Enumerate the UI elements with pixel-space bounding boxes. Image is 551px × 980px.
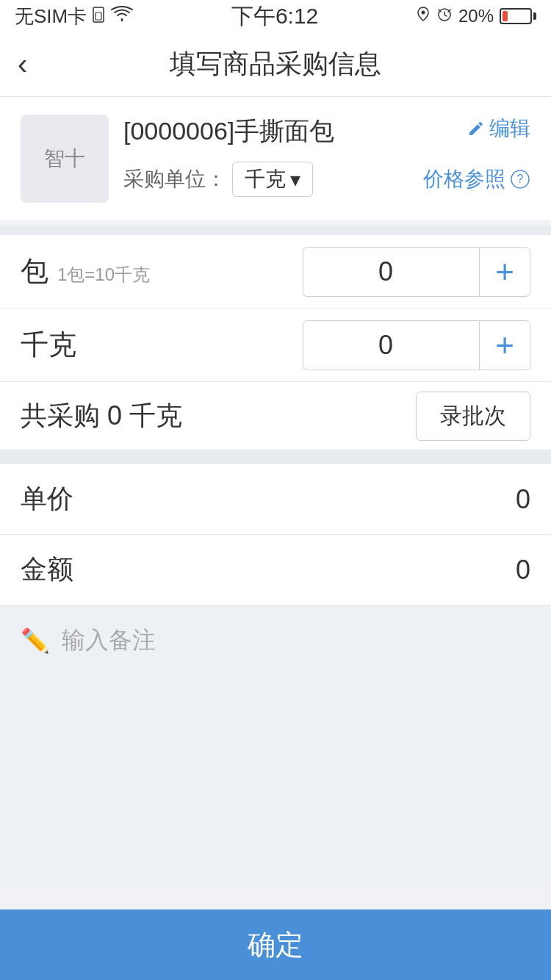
remarks-section[interactable]: ✏️ 输入备注 bbox=[0, 605, 551, 676]
divider-1 bbox=[0, 226, 551, 235]
wifi-icon bbox=[110, 5, 134, 28]
product-info: [0000006]手撕面包 编辑 采购单位： 千克 ▾ 价格参照 ? bbox=[123, 115, 530, 197]
confirm-label: 确定 bbox=[248, 926, 303, 964]
amount-value: 0 bbox=[516, 555, 530, 586]
summary-text: 共采购 0 千克 bbox=[21, 398, 182, 434]
unit-price-value: 0 bbox=[516, 484, 530, 515]
alarm-icon bbox=[436, 6, 453, 26]
divider-2 bbox=[0, 455, 551, 464]
pencil-icon: ✏️ bbox=[21, 627, 50, 655]
status-bar: 无SIM卡 下午6:12 bbox=[0, 0, 551, 32]
kg-input-row: 千克 + bbox=[0, 309, 551, 382]
status-left: 无SIM卡 bbox=[15, 4, 134, 29]
bag-label-group: 包 1包=10千克 bbox=[21, 253, 168, 290]
carrier-label: 无SIM卡 bbox=[15, 4, 87, 29]
confirm-button[interactable]: 确定 bbox=[0, 909, 551, 980]
location-icon bbox=[416, 6, 431, 26]
page-title: 填写商品采购信息 bbox=[170, 46, 381, 82]
unit-price-row: 单价 0 bbox=[0, 464, 551, 535]
svg-text:?: ? bbox=[517, 173, 524, 185]
dropdown-icon: ▾ bbox=[290, 167, 300, 192]
battery-percent: 20% bbox=[458, 6, 494, 26]
status-time: 下午6:12 bbox=[231, 1, 318, 32]
bag-input-row: 包 1包=10千克 + bbox=[0, 235, 551, 309]
kg-plus-button[interactable]: + bbox=[479, 320, 530, 370]
amount-row: 金额 0 bbox=[0, 535, 551, 605]
status-right: 20% bbox=[416, 6, 536, 26]
bag-input-right: + bbox=[168, 247, 530, 297]
svg-point-2 bbox=[421, 11, 425, 15]
bag-main-label: 包 bbox=[21, 253, 48, 290]
price-reference-button[interactable]: 价格参照 ? bbox=[423, 165, 530, 193]
bag-plus-button[interactable]: + bbox=[479, 247, 530, 297]
bottom-spacer bbox=[0, 676, 551, 882]
product-name: [0000006]手撕面包 bbox=[123, 115, 334, 148]
product-header: [0000006]手撕面包 编辑 bbox=[123, 115, 530, 148]
remarks-placeholder: 输入备注 bbox=[62, 624, 156, 657]
back-button[interactable]: ‹ bbox=[18, 48, 27, 81]
unit-label: 采购单位： 千克 ▾ bbox=[123, 162, 313, 197]
kg-main-label: 千克 bbox=[21, 326, 76, 364]
price-info-section: 单价 0 金额 0 bbox=[0, 464, 551, 605]
nav-bar: ‹ 填写商品采购信息 bbox=[0, 32, 551, 97]
bag-sub-label: 1包=10千克 bbox=[57, 263, 150, 287]
summary-row: 共采购 0 千克 录批次 bbox=[0, 382, 551, 455]
input-section: 包 1包=10千克 + 千克 + bbox=[0, 235, 551, 382]
kg-label-group: 千克 bbox=[21, 326, 168, 364]
product-card: 智十 [0000006]手撕面包 编辑 采购单位： 千克 ▾ 价格参照 bbox=[0, 97, 551, 226]
sim-icon bbox=[93, 5, 104, 28]
unit-price-label: 单价 bbox=[21, 481, 73, 517]
product-unit-row: 采购单位： 千克 ▾ 价格参照 ? bbox=[123, 162, 530, 197]
bag-quantity-input[interactable] bbox=[303, 247, 479, 297]
kg-input-right: + bbox=[168, 320, 530, 370]
edit-button[interactable]: 编辑 bbox=[467, 115, 530, 143]
product-logo: 智十 bbox=[44, 146, 85, 171]
unit-select[interactable]: 千克 ▾ bbox=[232, 162, 313, 197]
kg-quantity-input[interactable] bbox=[303, 320, 479, 370]
product-image: 智十 bbox=[21, 115, 109, 203]
battery-icon bbox=[500, 8, 536, 24]
record-batch-button[interactable]: 录批次 bbox=[416, 392, 530, 441]
amount-label: 金额 bbox=[21, 552, 73, 588]
svg-rect-1 bbox=[96, 12, 101, 20]
